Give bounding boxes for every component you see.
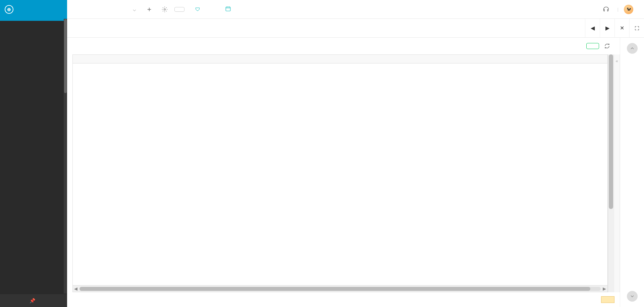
logo-icon: ⊕ [5, 5, 13, 14]
tabbar: ◀ ▶ ✕ [67, 19, 644, 38]
tab-scroll-right[interactable]: ▶ [600, 19, 614, 37]
collapse-year-panel[interactable]: « [614, 54, 620, 292]
svg-point-0 [164, 8, 166, 10]
refresh-button[interactable] [604, 43, 612, 49]
spreadsheet[interactable]: ◀ ▶ [72, 54, 608, 292]
svg-rect-1 [226, 7, 230, 11]
logo: ⊕ [0, 0, 67, 19]
edition-label [0, 18, 67, 21]
year-panel [620, 38, 644, 307]
pin-icon: 📌 [30, 298, 35, 303]
settings-icon-button[interactable] [159, 4, 170, 15]
add-button[interactable] [144, 4, 155, 15]
sidebar-scrollbar[interactable] [64, 19, 67, 294]
company-selector[interactable]: ⌵ [72, 4, 140, 14]
tab-close-all[interactable]: ✕ [614, 19, 629, 37]
topbar: ⌵ 🛡 | 🐿 [67, 0, 644, 19]
sidebar: ⊕ 📌 [0, 0, 67, 307]
fullscreen-button[interactable] [629, 19, 644, 37]
nav [0, 21, 67, 294]
horizontal-scrollbar[interactable]: ◀ ▶ [73, 285, 607, 292]
year-up-button[interactable] [627, 43, 638, 54]
year-down-button[interactable] [627, 291, 638, 302]
old-version-button[interactable] [174, 7, 184, 12]
avatar[interactable]: 🐿 [624, 5, 633, 14]
sample-swatch [601, 296, 614, 303]
shield-icon: 🛡 [195, 6, 200, 12]
footer [72, 292, 620, 307]
reset-button[interactable] [586, 43, 599, 49]
consult-button[interactable] [603, 6, 612, 13]
tab-scroll-left[interactable]: ◀ [585, 19, 600, 37]
calendar-icon[interactable] [225, 6, 231, 13]
vertical-scrollbar[interactable] [608, 54, 614, 292]
verified-badge: 🛡 [195, 6, 202, 12]
chevron-down-icon: ⌵ [133, 6, 136, 12]
unpin-button[interactable]: 📌 [0, 294, 67, 307]
